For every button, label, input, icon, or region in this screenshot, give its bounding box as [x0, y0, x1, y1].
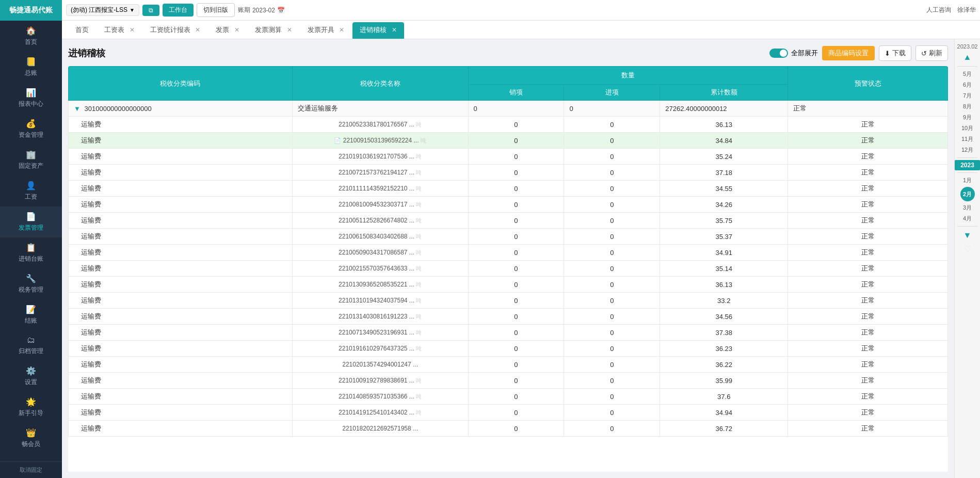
cell-cumulative: 34.84: [660, 133, 788, 149]
calendar-month-9[interactable]: 9月: [955, 112, 980, 123]
sidebar-item-finance[interactable]: 💰 资金管理: [0, 114, 62, 145]
workbench-button[interactable]: 工作台: [163, 4, 194, 17]
cell-indent: 运输费: [69, 341, 293, 357]
cell-indent: 运输费: [69, 181, 293, 197]
tag-icon: 吨: [416, 345, 422, 352]
cell-indent: 运输费: [69, 293, 293, 309]
cell-purchase: 0: [564, 245, 660, 261]
calendar-active-month[interactable]: 2月: [960, 187, 975, 201]
calendar-separator-3: [957, 172, 977, 173]
sidebar-item-tax[interactable]: 🔧 税务管理: [0, 268, 62, 299]
settings-icon: ⚙️: [26, 366, 36, 376]
tab-close-icon[interactable]: ✕: [339, 26, 344, 34]
tab-salary-table[interactable]: 工资表 ✕: [97, 22, 142, 39]
sidebar-pin-toggle[interactable]: 取消固定: [0, 461, 62, 478]
calendar-down-arrow[interactable]: ▼: [961, 229, 974, 242]
tab-close-icon[interactable]: ✕: [234, 26, 239, 34]
tab-invoice-calc[interactable]: 发票测算 ✕: [248, 22, 299, 39]
page-actions: 全部展开 商品编码设置 ⬇ 下载 ↺ 刷新: [769, 45, 948, 61]
switch-old-button[interactable]: 切到旧版: [197, 3, 235, 17]
cell-cumulative: 35.75: [660, 213, 788, 229]
cell-cumulative: 36.13: [660, 117, 788, 133]
sidebar-item-sales-ledger[interactable]: 📋 进销台账: [0, 237, 62, 268]
cell-status: 正常: [788, 277, 948, 293]
cell-cumulative: 36.22: [660, 357, 788, 373]
support-label[interactable]: 人工咨询: [926, 6, 951, 14]
cell-sales: 0: [468, 197, 564, 213]
sidebar-item-assets[interactable]: 🏢 固定资产: [0, 145, 62, 176]
sidebar-item-guide[interactable]: 🌟 新手引导: [0, 392, 62, 423]
cell-tax-code: 22101916102976437325 ... 吨: [292, 341, 468, 357]
tab-close-icon[interactable]: ✕: [130, 26, 135, 34]
cell-sales: 0: [468, 293, 564, 309]
calendar-month-7[interactable]: 7月: [955, 90, 980, 101]
tab-close-icon[interactable]: ✕: [195, 26, 200, 34]
copy-button[interactable]: ⧉: [142, 5, 159, 16]
cell-purchase: 0: [564, 133, 660, 149]
cell-status: 正常: [788, 149, 948, 165]
cell-status: 正常: [788, 261, 948, 277]
calendar-month-5[interactable]: 5月: [955, 69, 980, 79]
col-quantity-group-header: 数量: [468, 67, 788, 85]
tag-icon: 吨: [416, 169, 422, 176]
sidebar-item-invoice[interactable]: 📄 发票管理: [0, 206, 62, 237]
cell-purchase: 0: [564, 309, 660, 325]
tab-invoice[interactable]: 发票 ✕: [208, 22, 247, 39]
tab-close-icon[interactable]: ✕: [287, 26, 292, 34]
calendar-month-8[interactable]: 8月: [955, 101, 980, 112]
expand-icon[interactable]: ▼: [74, 105, 81, 113]
toggle-switch[interactable]: [769, 49, 788, 58]
cell-cumulative: 35.37: [660, 229, 788, 245]
company-selector[interactable]: (勿动) 江西报宝-LSS ▼: [66, 4, 139, 16]
calendar-month-6[interactable]: 6月: [955, 79, 980, 90]
sidebar-item-archive[interactable]: 🗂 归档管理: [0, 330, 62, 361]
table-row: ▼ 301000000000000000 交通运输服务 0 0 27262.40…: [69, 101, 948, 117]
tab-invoice-issue[interactable]: 发票开具 ✕: [300, 22, 352, 39]
topbar: (勿动) 江西报宝-LSS ▼ ⧉ 工作台 切到旧版 账期 2023-02 📅 …: [62, 0, 980, 21]
refresh-button[interactable]: ↺ 刷新: [915, 45, 948, 61]
sidebar-item-home[interactable]: 🏠 首页: [0, 21, 62, 52]
sidebar-item-close[interactable]: 📝 结账: [0, 299, 62, 330]
guide-icon: 🌟: [26, 397, 36, 407]
table-row: 运输费 22100721573762194127 ... 吨 0 0 37.18…: [69, 165, 948, 181]
tag-icon: 吨: [416, 265, 422, 272]
tab-close-active-icon[interactable]: ✕: [392, 26, 397, 34]
calendar-active-year[interactable]: 2023: [955, 160, 980, 170]
page-title: 进销稽核: [68, 47, 105, 59]
calendar-up-arrow[interactable]: ▲: [961, 51, 974, 64]
calendar-sidebar: 2023.02 ▲ 5月 6月 7月 8月 9月 10月 11月 12月 202…: [954, 39, 980, 478]
finance-icon: 💰: [26, 119, 36, 129]
tax-icon: 🔧: [26, 274, 36, 283]
cell-sales: 0: [468, 245, 564, 261]
sidebar-item-ledger[interactable]: 📒 总账: [0, 52, 62, 83]
cell-tax-code: 22100721573762194127 ... 吨: [292, 165, 468, 181]
sidebar-item-salary[interactable]: 👤 工资: [0, 176, 62, 206]
tab-salary-report[interactable]: 工资统计报表 ✕: [143, 22, 208, 39]
cell-purchase: 0: [564, 357, 660, 373]
sidebar-item-reports[interactable]: 📊 报表中心: [0, 83, 62, 114]
member-icon: 👑: [26, 428, 36, 438]
cell-purchase: 0: [564, 277, 660, 293]
user-name[interactable]: 徐泽华: [957, 6, 976, 14]
tab-home[interactable]: 首页: [68, 22, 96, 39]
table-row: 运输费 22100215570357643633 ... 吨 0 0 35.14…: [69, 261, 948, 277]
cell-sales: 0: [468, 421, 564, 437]
cell-sales: 0: [468, 389, 564, 405]
calendar-month-10[interactable]: 10月: [955, 123, 980, 134]
calendar-month-11[interactable]: 11月: [955, 134, 980, 145]
download-button[interactable]: ⬇ 下载: [879, 45, 911, 61]
tab-sales-audit[interactable]: 进销稽核 ✕: [352, 22, 404, 39]
cell-purchase: 0: [564, 373, 660, 389]
calendar-month-1[interactable]: 1月: [955, 175, 980, 186]
product-settings-button[interactable]: 商品编码设置: [822, 46, 875, 60]
cell-tax-code: 22101111143592152210 ... 吨: [292, 181, 468, 197]
calendar-month-4[interactable]: 4月: [955, 213, 980, 224]
cell-purchase: 0: [564, 181, 660, 197]
calendar-month-12[interactable]: 12月: [955, 145, 980, 155]
sidebar-item-settings[interactable]: ⚙️ 设置: [0, 361, 62, 392]
sidebar-item-member[interactable]: 👑 畅会员: [0, 423, 62, 454]
cell-status: 正常: [788, 165, 948, 181]
expand-all-toggle[interactable]: 全部展开: [769, 49, 818, 58]
calendar-month-3[interactable]: 3月: [955, 202, 980, 213]
tag-icon: 吨: [416, 297, 422, 304]
